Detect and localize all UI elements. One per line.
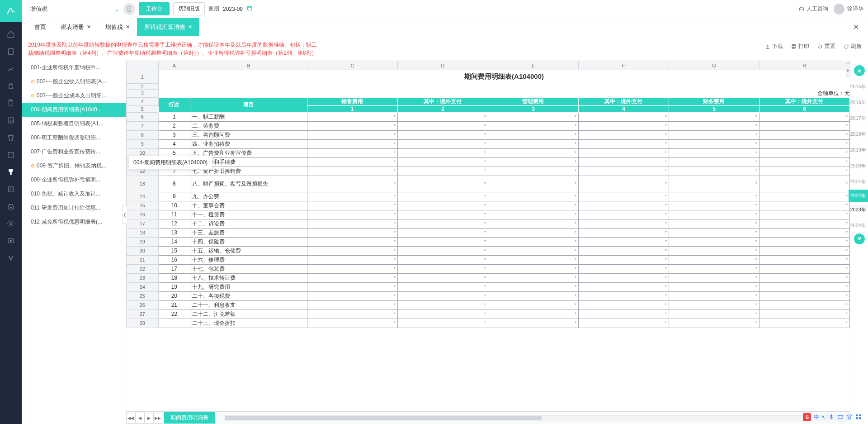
- nav-clipboard-icon[interactable]: [6, 99, 15, 108]
- data-cell[interactable]: *: [578, 319, 669, 328]
- data-cell[interactable]: *: [578, 219, 669, 228]
- data-cell[interactable]: *: [488, 167, 578, 176]
- data-cell[interactable]: *: [759, 167, 849, 176]
- data-cell[interactable]: *: [669, 192, 759, 201]
- item-name-cell[interactable]: 十八、技术转让费: [190, 273, 307, 282]
- ime-toolbox-icon[interactable]: [855, 414, 862, 421]
- data-cell[interactable]: *: [578, 291, 669, 300]
- data-cell[interactable]: *: [578, 176, 669, 192]
- data-cell[interactable]: *: [307, 300, 397, 310]
- column-header[interactable]: H: [759, 61, 849, 70]
- nav-video-icon[interactable]: [6, 236, 15, 245]
- nav-shirt-icon[interactable]: [6, 133, 15, 142]
- year-item[interactable]: 2021年: [850, 174, 868, 190]
- data-cell[interactable]: *: [759, 121, 849, 130]
- item-name-cell[interactable]: 十五、运输、仓储费: [190, 246, 307, 255]
- reset-button[interactable]: 重置: [817, 43, 835, 50]
- data-cell[interactable]: *: [669, 121, 759, 130]
- form-list-item[interactable]: 004-期间费用明细表(A1040...: [22, 103, 126, 117]
- row-index-cell[interactable]: 2: [158, 121, 190, 130]
- data-cell[interactable]: *: [669, 310, 759, 319]
- company-selector[interactable]: 增值税: [26, 3, 75, 15]
- data-cell[interactable]: *: [307, 246, 397, 255]
- form-list-item[interactable]: 009-企业所得税弥补亏损明...: [22, 173, 126, 187]
- data-cell[interactable]: *: [307, 255, 397, 264]
- data-cell[interactable]: *: [578, 273, 669, 282]
- form-list-item[interactable]: 005-纳税调整项目明细表(A1...: [22, 117, 126, 131]
- data-cell[interactable]: *: [759, 246, 849, 255]
- data-cell[interactable]: *: [578, 264, 669, 273]
- item-name-cell[interactable]: 九、办公费: [190, 192, 307, 201]
- item-name-cell[interactable]: 四、业务招待费: [190, 139, 307, 148]
- data-cell[interactable]: *: [397, 167, 488, 176]
- row-header[interactable]: 21: [127, 255, 159, 264]
- data-cell[interactable]: *: [759, 112, 849, 121]
- data-cell[interactable]: *: [759, 176, 849, 192]
- form-list-item[interactable]: 007-广告费和业务宣传费跨...: [22, 145, 126, 159]
- row-header[interactable]: 26: [127, 300, 159, 310]
- item-name-cell[interactable]: 一、职工薪酬: [190, 112, 307, 121]
- collapse-panel-handle[interactable]: ❮: [122, 205, 127, 224]
- data-cell[interactable]: *: [759, 282, 849, 291]
- data-cell[interactable]: *: [397, 121, 488, 130]
- data-cell[interactable]: *: [397, 130, 488, 139]
- year-item[interactable]: 2019年: [850, 142, 868, 158]
- row-header[interactable]: 22: [127, 264, 159, 273]
- row-header[interactable]: 23: [127, 273, 159, 282]
- data-cell[interactable]: *: [669, 246, 759, 255]
- data-cell[interactable]: *: [669, 112, 759, 121]
- form-list-item[interactable]: ⊘002-一般企业收入明细表(A...: [22, 75, 126, 89]
- data-cell[interactable]: *: [759, 228, 849, 237]
- support-link[interactable]: 人工咨询: [798, 5, 828, 13]
- data-cell[interactable]: *: [307, 210, 397, 219]
- data-cell[interactable]: *: [669, 237, 759, 246]
- data-cell[interactable]: *: [488, 121, 578, 130]
- row-header[interactable]: 20: [127, 246, 159, 255]
- data-cell[interactable]: *: [669, 319, 759, 328]
- year-item[interactable]: 2015年: [850, 79, 868, 95]
- sheet-nav-last[interactable]: ▶▶: [153, 413, 162, 424]
- item-name-cell[interactable]: 二十三、现金折扣: [190, 319, 307, 328]
- data-cell[interactable]: *: [759, 139, 849, 148]
- spreadsheet[interactable]: ABCDEFGH1期间费用明细表(A104000)23金额单位：元4行次项目销售…: [126, 61, 850, 411]
- nav-report-icon[interactable]: [6, 116, 15, 125]
- data-cell[interactable]: *: [488, 157, 578, 167]
- form-list-item[interactable]: ⊘003-一般企业成本支出明细...: [22, 89, 126, 103]
- data-cell[interactable]: *: [488, 139, 578, 148]
- data-cell[interactable]: *: [488, 264, 578, 273]
- data-cell[interactable]: *: [397, 139, 488, 148]
- item-name-cell[interactable]: 三、咨询顾问费: [190, 130, 307, 139]
- nav-bag-icon[interactable]: [6, 81, 15, 91]
- data-cell[interactable]: *: [397, 157, 488, 167]
- data-cell[interactable]: *: [307, 201, 397, 210]
- data-cell[interactable]: *: [397, 219, 488, 228]
- user-menu[interactable]: 徐泽华: [834, 4, 863, 14]
- data-cell[interactable]: *: [669, 157, 759, 167]
- tab-1[interactable]: 税表清册✕: [53, 18, 98, 36]
- sheet-nav-first[interactable]: ◀◀: [126, 413, 135, 424]
- row-header[interactable]: 15: [127, 201, 159, 210]
- data-cell[interactable]: *: [578, 310, 669, 319]
- data-cell[interactable]: *: [578, 148, 669, 157]
- tab-2[interactable]: 增值税✕: [98, 18, 137, 36]
- data-cell[interactable]: *: [759, 210, 849, 219]
- data-cell[interactable]: *: [578, 130, 669, 139]
- data-cell[interactable]: *: [759, 319, 849, 328]
- close-all-tabs-icon[interactable]: ✕: [849, 23, 863, 31]
- data-cell[interactable]: *: [397, 246, 488, 255]
- row-header[interactable]: 9: [127, 139, 159, 148]
- data-cell[interactable]: *: [397, 192, 488, 201]
- year-item[interactable]: 2024年: [850, 218, 868, 233]
- data-cell[interactable]: *: [669, 148, 759, 157]
- data-cell[interactable]: *: [669, 139, 759, 148]
- data-cell[interactable]: *: [488, 130, 578, 139]
- data-cell[interactable]: *: [488, 201, 578, 210]
- data-cell[interactable]: *: [488, 237, 578, 246]
- row-index-cell[interactable]: 8: [158, 176, 190, 192]
- form-list-item[interactable]: 011-研发费用加计扣除优惠...: [22, 201, 126, 215]
- year-item[interactable]: 2023年: [850, 202, 868, 218]
- close-icon[interactable]: ✕: [87, 24, 91, 30]
- item-name-cell[interactable]: 十三、差旅费: [190, 228, 307, 237]
- data-cell[interactable]: *: [307, 264, 397, 273]
- row-header[interactable]: 16: [127, 210, 159, 219]
